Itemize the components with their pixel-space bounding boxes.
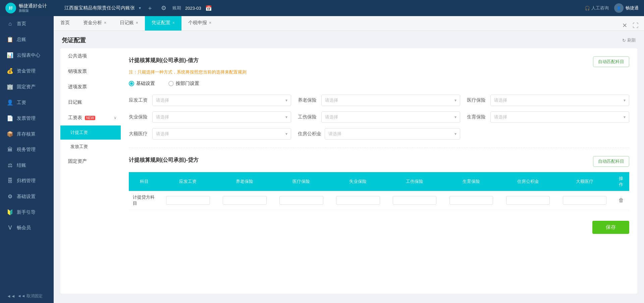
medical-placeholder: 请选择: [494, 97, 507, 103]
pension-label: 养老保险: [298, 97, 318, 103]
sidebar-item-reports[interactable]: 📊 云报表中心: [0, 47, 54, 63]
left-nav-fixed-assets[interactable]: 固定资产: [60, 154, 121, 169]
vip-icon: V: [7, 225, 13, 231]
radio-dept-circle: [168, 81, 174, 86]
sidebar-item-ledger[interactable]: 📋 总账: [0, 32, 54, 47]
input-salary[interactable]: [166, 196, 210, 205]
left-nav-sales-invoice[interactable]: 销项发票: [60, 64, 121, 79]
left-nav-journal[interactable]: 日记账: [60, 95, 121, 110]
sidebar-item-guide[interactable]: 🔰 新手引导: [0, 204, 54, 220]
save-button[interactable]: 保存: [592, 221, 629, 234]
tab-tax-close-icon[interactable]: ×: [209, 20, 211, 25]
user-area: 👤 畅捷通: [614, 3, 639, 13]
settlement-icon: ⚖: [7, 162, 13, 168]
sidebar-item-inventory[interactable]: 📦 库存核算: [0, 126, 54, 142]
logo-text: 畅捷通好会计: [19, 3, 47, 9]
delete-row-icon[interactable]: 🗑: [619, 197, 624, 203]
big-medical-label: 大额医疗: [129, 131, 149, 137]
refresh-icon: ↻: [622, 38, 626, 43]
big-medical-chevron-icon: ▾: [285, 132, 287, 136]
left-nav-public[interactable]: 公共选项: [60, 48, 121, 64]
row-label: 计提贷方科目: [129, 191, 160, 210]
pension-select[interactable]: 请选择 ▾: [321, 95, 460, 106]
tab-close-window-button[interactable]: ✕: [621, 20, 629, 31]
sidebar-item-settings[interactable]: ⚙ 基础设置: [0, 189, 54, 204]
medical-select[interactable]: 请选择 ▾: [490, 95, 629, 106]
table-row: 计提贷方科目 🗑: [129, 191, 629, 210]
left-nav-purchase-invoice[interactable]: 进项发票: [60, 79, 121, 95]
work-injury-select[interactable]: 请选择 ▾: [321, 111, 460, 123]
top-bar-center: 江西服宝精品有限责任公司内账张 ▾ ＋ ⚙ 账期 2023-03 📅: [59, 3, 585, 13]
settings-button[interactable]: ⚙: [159, 3, 168, 13]
th-big-medical: 大额医疗: [556, 172, 613, 191]
th-housing-fund: 住房公积金: [500, 172, 556, 191]
input-medical[interactable]: [279, 196, 323, 205]
tab-expand-button[interactable]: ⛶: [631, 21, 640, 31]
left-nav: 公共选项 销项发票 进项发票 日记账 工资表 NEW ∨ 计提工资 发放工资 固…: [60, 48, 121, 294]
service-button[interactable]: 🎧 人工咨询: [585, 5, 609, 11]
tab-voucher-close-icon[interactable]: ×: [172, 20, 175, 25]
sidebar-item-salary[interactable]: 👤 工资: [0, 95, 54, 110]
tab-voucher-config[interactable]: 凭证配置 ×: [145, 16, 181, 31]
housing-fund-placeholder: 请选择: [328, 131, 341, 137]
input-work-injury[interactable]: [393, 196, 436, 205]
sidebar-item-home[interactable]: ⌂ 首页: [0, 16, 54, 32]
left-nav-accrual[interactable]: 计提工资: [60, 125, 121, 140]
assets-icon: 🏢: [7, 84, 13, 90]
radio-dept[interactable]: 按部门设置: [168, 81, 199, 87]
calendar-icon[interactable]: 📅: [205, 5, 212, 11]
cancel-pin-button[interactable]: ◄◄ ◄◄ 取消固定: [0, 289, 54, 303]
input-pension[interactable]: [223, 196, 266, 205]
sidebar-item-vip[interactable]: V 畅会员: [0, 220, 54, 236]
avatar: 👤: [614, 3, 624, 13]
radio-basic-label: 基础设置: [136, 81, 155, 87]
main-panel: 计提核算规则(公司承担)-借方 自动匹配科目 注：只能选择一种方式，系统将按照您…: [121, 48, 637, 294]
work-injury-chevron-icon: ▾: [454, 115, 457, 119]
sidebar-item-tax[interactable]: 🏛 税务管理: [0, 142, 54, 157]
radio-basic[interactable]: 基础设置: [129, 81, 155, 87]
debit-auto-match-button[interactable]: 自动匹配科目: [593, 56, 629, 67]
headset-icon: 🎧: [585, 6, 590, 11]
medical-label: 医疗保险: [467, 97, 487, 103]
input-housing-fund[interactable]: [506, 196, 550, 205]
cell-salary: [160, 191, 216, 210]
logo-area: 好 畅捷通好会计 旗舰版: [5, 3, 59, 13]
add-company-button[interactable]: ＋: [145, 3, 155, 13]
input-unemployment[interactable]: [336, 196, 380, 205]
input-maternity[interactable]: [449, 196, 493, 205]
left-nav-pay-salary[interactable]: 发放工资: [60, 140, 121, 154]
left-nav-salary-table[interactable]: 工资表 NEW ∨: [60, 110, 121, 125]
unemployment-select[interactable]: 请选择 ▾: [152, 111, 291, 123]
sidebar-item-invoice[interactable]: 📄 发票管理: [0, 110, 54, 126]
tab-tax-report[interactable]: 个税申报 ×: [181, 16, 218, 31]
sidebar-item-archive[interactable]: 🗄 归档管理: [0, 173, 54, 189]
th-maternity: 生育保险: [443, 172, 500, 191]
refresh-button[interactable]: ↻ 刷新: [622, 37, 636, 43]
credit-auto-match-button[interactable]: 自动匹配科目: [593, 156, 629, 167]
tab-funds-analysis[interactable]: 资金分析 ×: [76, 16, 113, 31]
tab-funds-close-icon[interactable]: ×: [104, 20, 106, 25]
tab-journal-close-icon[interactable]: ×: [136, 20, 138, 25]
cell-pension: [216, 191, 273, 210]
maternity-select[interactable]: 请选择 ▾: [490, 111, 629, 123]
salary-select[interactable]: 请选择 ▾: [152, 95, 291, 106]
big-medical-select[interactable]: 请选择 ▾: [152, 128, 291, 140]
home-icon: ⌂: [7, 21, 13, 27]
company-dropdown-icon[interactable]: ▾: [139, 6, 141, 10]
radio-dept-label: 按部门设置: [176, 81, 199, 87]
field-pension: 养老保险 请选择 ▾: [298, 95, 460, 106]
credit-table: 科目 应发工资 养老保险 医疗保险 失业保险 工伤保险 生育保险 住房公积金 大…: [129, 172, 629, 210]
unemployment-chevron-icon: ▾: [285, 115, 287, 119]
tab-home[interactable]: 首页: [54, 16, 76, 31]
input-big-medical[interactable]: [563, 196, 606, 205]
tab-journal[interactable]: 日记账 ×: [113, 16, 145, 31]
sidebar-item-funds[interactable]: 💰 资金管理: [0, 63, 54, 79]
field-maternity: 生育保险 请选择 ▾: [467, 111, 629, 123]
period-label: 账期: [172, 5, 181, 11]
credit-section-title: 计提核算规则(公司承担)-贷方: [129, 157, 199, 164]
housing-fund-select[interactable]: 请选择 ▾: [325, 128, 460, 140]
expand-icon: ∨: [114, 115, 117, 120]
salary-label: 应发工资: [129, 97, 149, 103]
sidebar-item-settlement[interactable]: ⚖ 结账: [0, 157, 54, 173]
sidebar-item-assets[interactable]: 🏢 固定资产: [0, 79, 54, 95]
